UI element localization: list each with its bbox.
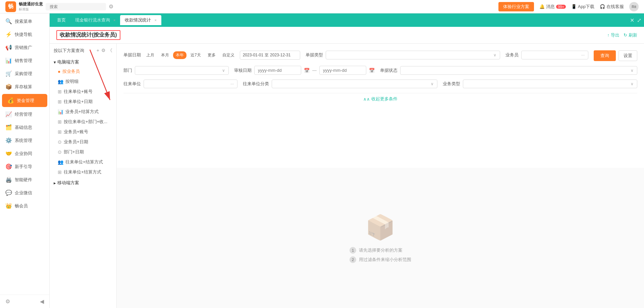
tab-close-cash[interactable]: × — [113, 18, 115, 22]
date-range-input[interactable]: 2023-01-01 至 2023-12-31 — [240, 51, 300, 60]
app-download-action[interactable]: 📱 App下载 — [571, 4, 594, 10]
tree-mobile-root[interactable]: ▸ 移动端方案 — [50, 178, 116, 187]
counterpart-label: 往来单位 — [123, 81, 141, 87]
tree-item-salesman-date[interactable]: ⊙ 业务员+日期 — [50, 137, 116, 147]
filter-actions-row1: 查询 设置 — [594, 50, 637, 61]
salesman-select[interactable]: ··· — [521, 51, 588, 59]
empty-illustration: 📦 — [365, 213, 395, 242]
date-from-value: 2023-01-01 — [243, 53, 263, 57]
messages-action[interactable]: 🔔 消息 99+ — [539, 4, 566, 10]
dept-select[interactable]: ∨ — [135, 66, 229, 75]
left-panel: 按以下方案查询 + ⚙ 《 — [50, 44, 117, 308]
sidebar-item-operations[interactable]: 📈 经营管理 — [0, 108, 49, 121]
footer-settings-icon[interactable]: ⚙ — [5, 298, 10, 305]
sidebar-item-purchase[interactable]: 🛒 采购管理 — [0, 67, 49, 80]
salesman-active-icon: ● — [58, 69, 60, 74]
panel-header: 按以下方案查询 + ⚙ 《 — [50, 48, 116, 56]
date-tab-lastmonth[interactable]: 上月 — [144, 51, 157, 59]
tree-desktop-label: 电脑端方案 — [57, 59, 79, 65]
sidebar-footer: ⚙ ◀ — [0, 295, 49, 308]
voucher-type-select[interactable]: ∨ — [326, 51, 500, 59]
tree-item-by-counterpart-dept[interactable]: ⊞ 按往来单位+部门+收... — [50, 117, 116, 127]
settings-icon[interactable]: ⚙ — [109, 3, 113, 10]
target-icon: 🎯 — [5, 163, 12, 170]
search-input[interactable] — [46, 3, 106, 10]
tree-desktop-section: ▾ 电脑端方案 ● 按业务员 👥 按明细 ⊞ — [50, 56, 116, 178]
tree-item-detail[interactable]: 👥 按明细 — [50, 76, 116, 87]
sidebar-item-search[interactable]: 🔍 搜索菜单 — [0, 15, 49, 28]
sidebar-item-guide[interactable]: 🎯 新手引导 — [0, 160, 49, 173]
salesman-label: 业务员 — [505, 52, 519, 58]
tab-home[interactable]: 首页 — [52, 15, 70, 25]
sidebar-item-quicknav[interactable]: ⚡ 快捷导航 — [0, 28, 49, 41]
sidebar-item-sales[interactable]: 📊 销售管理 — [0, 54, 49, 67]
status-chevron-icon: ∨ — [631, 68, 634, 73]
sidebar-item-member[interactable]: 👑 畅会员 — [0, 199, 49, 212]
date-tab-thisyear[interactable]: 本年 — [173, 51, 186, 59]
tab-cash-flow[interactable]: 现金银行流水查询 × — [70, 15, 120, 25]
tree-item-counterpart-settlement2[interactable]: ⊞ 往来单位+结算方式 — [50, 167, 116, 177]
tab-close-collection[interactable]: × — [154, 18, 156, 22]
review-date-from[interactable] — [254, 66, 301, 75]
sidebar-item-cooperation[interactable]: 🤝 企业协同 — [0, 147, 49, 160]
scheme-settings-icon[interactable]: ⚙ — [101, 48, 106, 54]
export-button[interactable]: ↑ 导出 — [607, 32, 620, 38]
step-label-2: 用过滤条件来缩小分析范围 — [359, 257, 411, 263]
sidebar-item-system[interactable]: ⚙️ 系统管理 — [0, 134, 49, 147]
tree-item-counterpart-date[interactable]: ⊞ 往来单位+日期 — [50, 97, 116, 107]
voucher-status-select[interactable]: ∨ — [400, 66, 637, 75]
sidebar-item-inventory[interactable]: 📦 库存核算 — [0, 80, 49, 93]
add-scheme-button[interactable]: + — [97, 48, 99, 54]
tree-item-dept-date[interactable]: ⊙ 部门+日期 — [50, 147, 116, 157]
query-button[interactable]: 查询 — [594, 50, 616, 61]
tab-collection-stats[interactable]: 收款情况统计 × — [120, 15, 161, 25]
review-date-to[interactable] — [319, 66, 366, 75]
tree-item-salesman-account[interactable]: ⊞ 业务员+账号 — [50, 127, 116, 137]
counterpart-category-select[interactable]: ∨ — [272, 80, 437, 88]
panel-collapse-icon[interactable]: 《 — [108, 48, 112, 54]
right-area: 单据日期 上月 本月 本年 近7天 更多 自定义 — [117, 44, 644, 308]
date-tab-7days[interactable]: 近7天 — [188, 51, 204, 59]
tab-close-all-icon[interactable]: ✕ — [630, 17, 634, 23]
tree-item-salesman-settlement[interactable]: 📊 业务员+结算方式 — [50, 107, 116, 117]
settings-button[interactable]: 设置 — [619, 50, 637, 61]
calendar-to-icon[interactable]: 📅 — [369, 68, 375, 73]
user-avatar[interactable]: Rit — [629, 2, 639, 11]
tab-maximize-icon[interactable]: ⤢ — [637, 17, 641, 23]
refresh-button[interactable]: ↻ 刷新 — [624, 32, 637, 38]
date-tab-more[interactable]: 更多 — [205, 51, 218, 59]
business-type-select[interactable]: ∨ — [463, 80, 637, 88]
tree-mobile-label: 移动端方案 — [57, 180, 79, 186]
chart-icon: 📊 — [5, 57, 12, 64]
sidebar-item-marketing[interactable]: 📢 营销推广 — [0, 41, 49, 54]
date-tab-custom[interactable]: 自定义 — [220, 51, 237, 59]
sidebar-item-hardware[interactable]: 🖨️ 智能硬件 — [0, 173, 49, 186]
footer-collapse-icon[interactable]: ◀ — [40, 298, 44, 305]
calendar-from-icon[interactable]: 📅 — [304, 68, 310, 73]
collapse-icon: ∧∧ — [363, 97, 370, 102]
handshake-icon: 🤝 — [5, 150, 12, 157]
tree-item-counterpart-account[interactable]: ⊞ 往来单位+账号 — [50, 87, 116, 97]
tree-item-counterpart-settlement1[interactable]: 👥 往来单位+结算方式 — [50, 157, 116, 167]
voucher-status-filter: 单据状态 ∨ — [380, 66, 637, 75]
counterpart-select[interactable]: ··· — [144, 80, 237, 88]
filter-panel: 单据日期 上月 本月 本年 近7天 更多 自定义 — [117, 44, 644, 168]
online-service-action[interactable]: 🎧 在线客服 — [600, 4, 624, 10]
tree-expand-icon: ▾ — [54, 60, 56, 65]
crown-icon: 👑 — [5, 203, 12, 209]
sidebar-item-basic-info[interactable]: 🗂️ 基础信息 — [0, 121, 49, 134]
trial-button[interactable]: 体验行业方案 — [498, 2, 534, 11]
tab-bar-right: ✕ ⤢ — [630, 17, 641, 23]
sidebar-item-finance[interactable]: 💰 资金管理 — [2, 94, 47, 107]
review-date-filter: 审核日期 📅 — 📅 — [234, 66, 375, 75]
sidebar-item-wechat[interactable]: 💬 企业微信 — [0, 186, 49, 199]
collapse-bar[interactable]: ∧∧ 收起更多条件 — [123, 93, 637, 105]
logo-area: 畅 畅捷通好生意 标准版 — [5, 1, 43, 12]
empty-steps: 1 请先选择要分析的方案 2 用过滤条件来缩小分析范围 — [350, 247, 411, 263]
tree-item-by-salesman[interactable]: ● 按业务员 — [50, 66, 116, 76]
date-tab-thismonth[interactable]: 本月 — [158, 51, 172, 59]
tree-desktop-root[interactable]: ▾ 电脑端方案 — [50, 58, 116, 66]
detail-icon: 👥 — [58, 79, 63, 84]
sidebar: 🔍 搜索菜单 ⚡ 快捷导航 📢 营销推广 📊 销售管理 🛒 采购管理 📦 — [0, 13, 50, 308]
voucher-type-label: 单据类型 — [306, 52, 323, 58]
